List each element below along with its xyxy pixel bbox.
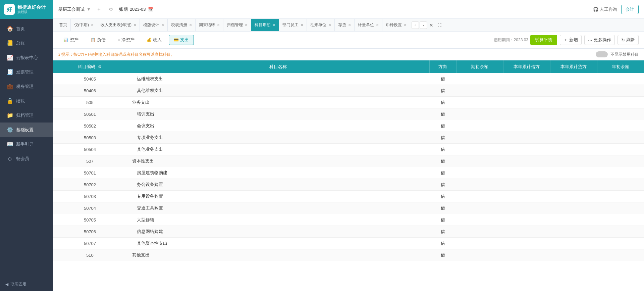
tab-close-currency[interactable]: ✕ (404, 23, 407, 27)
sub-tab-income[interactable]: 💰 收入 (142, 35, 167, 45)
headset-icon: 🎧 (593, 7, 598, 12)
header-add-button[interactable]: ＋ (95, 5, 103, 13)
tab-close-tax-clear[interactable]: ✕ (189, 23, 192, 27)
table-row[interactable]: 507 资本性支出 借 (53, 155, 644, 167)
tab-dept-employee[interactable]: 部门员工✕ (279, 19, 307, 32)
collapse-arrow-icon: ◀ (5, 282, 8, 287)
sidebar-item-invoice[interactable]: 🧾 发票管理 (0, 65, 53, 79)
tab-trading-partner[interactable]: 往来单位✕ (307, 19, 335, 32)
tab-inventory[interactable]: 存货✕ (335, 19, 355, 32)
tab-income-annual[interactable]: 收入支出表(年报)✕ (97, 19, 140, 32)
cell-code: 50705 (53, 214, 127, 226)
tab-close-template[interactable]: ✕ (161, 23, 164, 27)
customer-service-btn[interactable]: 🎧 人工咨询 (593, 6, 617, 12)
table-row[interactable]: 50704 交通工具购置 借 (53, 202, 644, 214)
tab-subject-period[interactable]: 科目期初✕ (251, 19, 279, 32)
tab-close-trading-partner[interactable]: ✕ (328, 23, 331, 27)
sub-tab-asset[interactable]: 📊 资产 (58, 35, 84, 45)
cell-code: 50405 (53, 73, 127, 85)
table-row[interactable]: 50503 专项业务支出 借 (53, 132, 644, 144)
account-button[interactable]: 会计 (621, 5, 639, 14)
tab-close-all-button[interactable]: ✕ (428, 21, 435, 29)
tab-label-archive: 归档管理 (227, 22, 243, 28)
sidebar-item-close[interactable]: 🔒 结账 (0, 94, 53, 108)
table-row[interactable]: 50701 房屋建筑物购建 借 (53, 167, 644, 179)
tab-close-unit[interactable]: ✕ (376, 23, 379, 27)
sidebar-item-archive[interactable]: 📁 归档管理 (0, 108, 53, 123)
tab-close-interim[interactable]: ✕ (91, 23, 94, 27)
tab-close-subject-period[interactable]: ✕ (273, 23, 275, 27)
table-body: 50405 运维维权支出 借 50406 其他维权支出 借 505 业务支出 借… (53, 73, 644, 261)
add-button[interactable]: ＋ 新增 (560, 35, 582, 45)
cell-code: 505 (53, 97, 127, 108)
sidebar-item-member[interactable]: ◇ 畅会员 (0, 151, 53, 166)
cell-year-balance (597, 85, 644, 97)
cell-year-debit (503, 214, 550, 226)
tab-label-dept-employee: 部门员工 (282, 22, 299, 28)
table-row[interactable]: 50705 大型修缮 借 (53, 214, 644, 226)
table-row[interactable]: 505 业务支出 借 (53, 97, 644, 108)
sidebar-icon-ledger: 📒 (7, 40, 13, 46)
cell-year-balance (597, 120, 644, 132)
tab-close-inventory[interactable]: ✕ (348, 23, 351, 27)
sidebar-label-invoice: 发票管理 (16, 69, 34, 75)
balance-button[interactable]: 试算平衡 (530, 35, 557, 45)
cell-year-credit (550, 238, 597, 249)
cell-name: 会议支出 (127, 120, 429, 132)
accounting-period: 账期 2023-03 📅 (119, 6, 153, 12)
table-row[interactable]: 50703 专用设备购置 借 (53, 191, 644, 202)
refresh-button[interactable]: ↻ 刷新 (618, 35, 639, 45)
tab-archive[interactable]: 归档管理✕ (223, 19, 251, 32)
sub-tab-net-asset[interactable]: ≡ 净资产 (113, 35, 140, 45)
disable-toggle[interactable] (596, 51, 608, 57)
tab-prev-button[interactable]: ‹ (412, 21, 419, 29)
table-row[interactable]: 50502 会议支出 借 (53, 120, 644, 132)
tab-next-button[interactable]: › (420, 21, 427, 29)
company-selector[interactable]: 基层工会测试 ▼ (58, 6, 91, 12)
cell-direction: 借 (429, 167, 456, 179)
table-row[interactable]: 50706 信息网络购建 借 (53, 226, 644, 238)
cell-year-credit (550, 179, 597, 191)
tab-interim[interactable]: 仅(中期)✕ (71, 19, 97, 32)
tab-template[interactable]: 模版设计✕ (140, 19, 168, 32)
table-row[interactable]: 510 其他支出 借 (53, 249, 644, 261)
tab-unit[interactable]: 计量单位✕ (355, 19, 382, 32)
tab-maximize-button[interactable]: ⛶ (436, 21, 443, 29)
sub-tab-liability[interactable]: 📋 负债 (86, 35, 111, 45)
tab-home[interactable]: 首页 (56, 19, 71, 32)
calendar-icon[interactable]: 📅 (148, 7, 153, 12)
more-operations-button[interactable]: ⋯ 更多操作 (584, 35, 615, 45)
table-row[interactable]: 50405 运维维权支出 借 (53, 73, 644, 85)
table-row[interactable]: 50406 其他维权支出 借 (53, 85, 644, 97)
sidebar-collapse-btn[interactable]: ◀ 取消固定 (5, 281, 48, 287)
tab-currency[interactable]: 币种设置✕ (382, 19, 410, 32)
sub-tab-expense[interactable]: 💳 支出 (169, 35, 194, 45)
cell-year-balance (597, 238, 644, 249)
tab-close-period-end[interactable]: ✕ (217, 23, 220, 27)
sub-tab-icon-net-asset: ≡ (118, 38, 120, 42)
sidebar-item-report[interactable]: 📈 云报表中心 (0, 50, 53, 65)
tab-period-end[interactable]: 期末结转✕ (196, 19, 223, 32)
col-header-direction: 方向 (429, 60, 456, 73)
header-settings-button[interactable]: ⚙ (107, 5, 115, 13)
table-row[interactable]: 50504 其他业务支出 借 (53, 144, 644, 155)
tab-close-income-annual[interactable]: ✕ (133, 23, 136, 27)
sidebar-item-home[interactable]: 🏠 首页 (0, 21, 53, 36)
sidebar-label-ledger: 总账 (16, 40, 25, 46)
tab-close-archive[interactable]: ✕ (245, 23, 248, 27)
sidebar-item-tax[interactable]: 💼 税务管理 (0, 79, 53, 94)
cell-direction: 借 (429, 132, 456, 144)
info-icon: ℹ (58, 52, 60, 57)
table-row[interactable]: 50707 其他资本性支出 借 (53, 238, 644, 249)
sidebar-icon-settings: ⚙️ (7, 127, 13, 133)
tab-close-dept-employee[interactable]: ✕ (301, 23, 303, 27)
col-settings-icon[interactable]: ⚙ (98, 64, 102, 69)
tab-tax-clear[interactable]: 税表清册✕ (168, 19, 196, 32)
sidebar-item-guide[interactable]: 📖 新手引导 (0, 137, 53, 151)
table-row[interactable]: 50702 办公设备购置 借 (53, 179, 644, 191)
tab-label-subject-period: 科目期初 (255, 22, 271, 28)
sidebar-item-ledger[interactable]: 📒 总账 (0, 36, 53, 50)
toggle-container: 不显示禁用科目 (596, 51, 639, 57)
table-row[interactable]: 50501 培训支出 借 (53, 108, 644, 120)
sidebar-item-settings[interactable]: ⚙️ 基础设置 (0, 123, 53, 137)
